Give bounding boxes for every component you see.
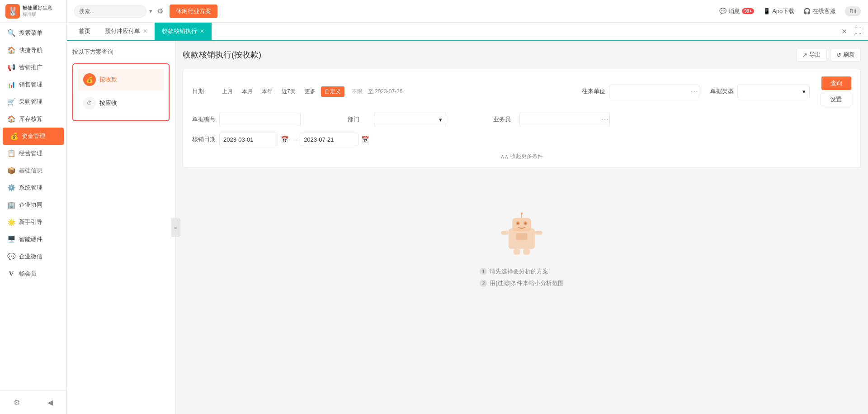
sidebar-collapse-btn[interactable]: ◀ — [42, 395, 58, 410]
staff-picker-btn[interactable]: ··· — [599, 115, 610, 124]
tab-prepay[interactable]: 预付冲应付单 ✕ — [98, 23, 155, 41]
verif-date-start-input[interactable] — [219, 133, 278, 146]
sidebar-item-wechat[interactable]: 💬 企业微信 — [0, 248, 66, 265]
sidebar-item-marketing[interactable]: 📢 营销推广 — [0, 59, 66, 76]
sidebar-item-hardware[interactable]: 🖥️ 智能硬件 — [0, 231, 66, 248]
sidebar-item-system[interactable]: ⚙️ 系统管理 — [0, 179, 66, 196]
sidebar-item-sales[interactable]: 📊 销售管理 — [0, 76, 66, 93]
sidebar-item-basic[interactable]: 📦 基础信息 — [0, 162, 66, 179]
verif-start-calendar-icon[interactable]: 📅 — [281, 136, 288, 143]
dept-select[interactable]: ▾ — [374, 113, 446, 126]
shortcut-this-month[interactable]: 本月 — [238, 86, 256, 97]
settings-button[interactable]: 设置 — [821, 93, 851, 106]
message-item[interactable]: 💬 消息 99+ — [719, 7, 754, 15]
topbar-dropdown-icon[interactable]: ▾ — [149, 8, 152, 14]
phone-icon: 📱 — [763, 8, 770, 14]
app-download-item[interactable]: 📱 App下载 — [763, 7, 794, 15]
search-icon: 🔍 — [7, 29, 15, 37]
sidebar-item-label: 销售管理 — [19, 81, 59, 89]
solution-button[interactable]: 休闲行业方案 — [170, 5, 217, 18]
export-button[interactable]: ↗ 导出 — [797, 48, 827, 62]
partner-label: 往来单位 — [582, 87, 605, 95]
tab-receipt-verify-close[interactable]: ✕ — [200, 28, 204, 34]
tab-prepay-close[interactable]: ✕ — [143, 28, 147, 34]
wechat-icon: 💬 — [7, 252, 15, 261]
doc-type-field: 单据类型 ▾ — [710, 85, 810, 98]
shortcut-this-year[interactable]: 本年 — [258, 86, 276, 97]
doc-type-label: 单据类型 — [710, 87, 734, 95]
date-dash: — — [291, 136, 297, 143]
form-actions: 查询 设置 — [821, 76, 851, 106]
tabbar: 首页 预付冲应付单 ✕ 收款核销执行 ✕ ✕ ⛶ — [67, 23, 868, 41]
left-panel: 按以下方案查询 💰 按收款 ⏱ 按应收 « — [67, 41, 175, 414]
filter-receipt-label: 按收款 — [99, 76, 117, 84]
staff-input[interactable] — [524, 116, 599, 123]
date-nolimit: 不限 — [352, 88, 363, 95]
topbar-gear-icon[interactable]: ⚙ — [157, 7, 163, 15]
tab-receipt-verify[interactable]: 收款核销执行 ✕ — [155, 23, 212, 41]
sidebar-item-member[interactable]: V 畅会员 — [0, 265, 66, 282]
form-row-3: 核销日期 📅 — 📅 — [192, 133, 851, 146]
sidebar-item-guide[interactable]: 🌟 新手引导 — [0, 214, 66, 231]
sidebar-bottom: ⚙ ◀ — [0, 390, 66, 414]
sidebar-item-purchase[interactable]: 🛒 采购管理 — [0, 93, 66, 110]
doc-type-select[interactable]: ▾ — [737, 85, 810, 98]
filter-by-receivable[interactable]: ⏱ 按应收 — [78, 92, 164, 114]
collapse-conditions-btn[interactable]: ∧∧ 收起更多条件 — [192, 152, 851, 160]
tab-home[interactable]: 首页 — [71, 23, 98, 41]
shortcut-last-month[interactable]: 上月 — [218, 86, 236, 97]
receipt-icon: 💰 — [83, 73, 96, 86]
doc-no-input[interactable] — [219, 113, 301, 126]
partner-input[interactable] — [613, 88, 689, 95]
topbar-right: 💬 消息 99+ 📱 App下载 🎧 在线客服 Rit — [719, 6, 861, 16]
tip-text-1: 请先选择要分析的方案 — [490, 266, 548, 277]
sidebar-item-label: 智能硬件 — [19, 235, 59, 243]
system-icon: ⚙️ — [7, 184, 15, 192]
verif-end-calendar-icon[interactable]: 📅 — [361, 136, 369, 143]
sidebar-item-label: 采购管理 — [19, 98, 59, 106]
sidebar-item-finance[interactable]: 💰 资金管理 — [3, 128, 64, 145]
marketing-icon: 📢 — [7, 63, 15, 71]
empty-state: 1 请先选择要分析的方案 2 用[过滤]条件来缩小分析范围 — [183, 175, 861, 325]
partner-picker-btn[interactable]: ··· — [689, 87, 700, 95]
app-name: 畅捷通好生意 — [23, 5, 52, 11]
sidebar-item-corp[interactable]: 🏢 企业协同 — [0, 196, 66, 214]
shortcut-custom[interactable]: 自定义 — [321, 86, 344, 97]
chevron-down-icon: ▾ — [802, 88, 806, 95]
tip-num-1: 1 — [480, 268, 487, 275]
date-field: 日期 上月 本月 本年 近7天 更多 自定义 不限 至 2023-07-26 — [192, 86, 402, 97]
sidebar-item-label: 库存核算 — [19, 115, 59, 123]
sidebar-item-quick[interactable]: 🏠 快捷导航 — [0, 42, 66, 59]
collapse-conditions-label: 收起更多条件 — [510, 152, 543, 160]
sidebar: 🐰 畅捷通好生意 标准版 🔍 搜索菜单 🏠 快捷导航 📢 营销推广 📊 销售管理… — [0, 0, 67, 414]
verif-date-end-input[interactable] — [300, 133, 359, 146]
date-label: 日期 — [192, 87, 215, 95]
tab-close-all-icon[interactable]: ✕ — [840, 25, 849, 38]
sidebar-item-inventory[interactable]: 🏠 库存核算 — [0, 110, 66, 128]
panel-collapse-btn[interactable]: « — [171, 219, 180, 237]
page-title: 收款核销执行(按收款) — [183, 49, 261, 60]
doc-no-label: 单据编号 — [192, 115, 216, 124]
refresh-button[interactable]: ↺ 刷新 — [830, 48, 861, 62]
sidebar-item-operation[interactable]: 📋 经营管理 — [0, 145, 66, 162]
shortcut-more[interactable]: 更多 — [301, 86, 319, 97]
topbar-search-input[interactable] — [74, 5, 146, 18]
tabbar-actions: ✕ ⛶ — [840, 23, 863, 40]
app-logo: 🐰 畅捷通好生意 标准版 — [0, 0, 66, 23]
sidebar-item-search[interactable]: 🔍 搜索菜单 — [0, 24, 66, 42]
query-button[interactable]: 查询 — [821, 76, 851, 90]
sidebar-settings-btn[interactable]: ⚙ — [8, 395, 25, 410]
sidebar-item-label: 营销推广 — [19, 63, 59, 71]
tab-expand-icon[interactable]: ⛶ — [853, 25, 863, 37]
svg-point-5 — [524, 223, 526, 224]
shortcut-7-days[interactable]: 近7天 — [278, 86, 299, 97]
tab-receipt-verify-label: 收款核销执行 — [162, 27, 197, 35]
user-profile[interactable]: Rit — [845, 6, 861, 16]
online-service-item[interactable]: 🎧 在线客服 — [803, 7, 836, 15]
sidebar-item-label: 畅会员 — [19, 270, 59, 278]
operation-icon: 📋 — [7, 149, 15, 157]
tip-num-2: 2 — [480, 280, 487, 287]
chevron-up-icon: ∧∧ — [500, 153, 509, 160]
svg-rect-12 — [523, 249, 530, 255]
filter-by-receipt[interactable]: 💰 按收款 — [78, 69, 164, 90]
